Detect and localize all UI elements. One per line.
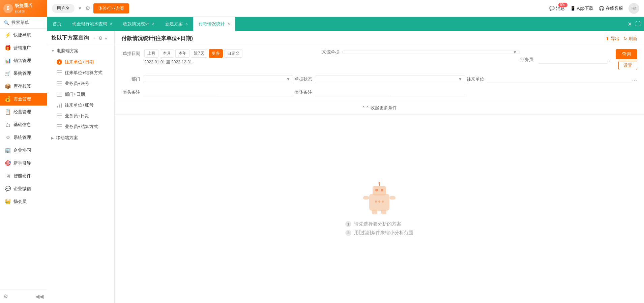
scheme-item-staff-settle[interactable]: 业务员+结算方式	[47, 121, 114, 132]
dept-select-arrow: ▼	[286, 77, 290, 82]
tab-close-new-scheme[interactable]: ×	[185, 22, 188, 26]
desktop-group-arrow: ▼	[51, 49, 55, 53]
topbar-dropdown-arrow[interactable]: ▼	[78, 6, 82, 11]
sidebar-item-sales[interactable]: 📊 销售管理	[0, 54, 47, 67]
scheme-item-partner-settle[interactable]: 往来单位+结算方式	[47, 67, 114, 78]
scheme-item-partner-account[interactable]: 往来单位+账号	[47, 100, 114, 111]
svg-rect-3	[57, 81, 62, 86]
left-panel-title: 按以下方案查询	[51, 34, 89, 41]
tab-close-payment-stats[interactable]: ×	[228, 22, 230, 26]
sidebar-item-hardware[interactable]: 🖥 智能硬件	[0, 170, 47, 182]
tab-payment-stats[interactable]: 付款情况统计 ×	[193, 17, 235, 31]
mobile-scheme-group-header[interactable]: ▶ 移动端方案	[47, 132, 114, 144]
query-area: 查询 设置	[616, 49, 637, 70]
export-label: 导出	[611, 36, 619, 42]
tab-cash-flow[interactable]: 现金银行流水查询 ×	[67, 17, 118, 31]
query-btn[interactable]: 查询	[616, 49, 637, 59]
scheme-item-partner-date[interactable]: ● 往来单位+日期	[47, 57, 114, 67]
partner-more-icon[interactable]: …	[632, 76, 637, 82]
svg-rect-19	[373, 186, 386, 195]
scheme-item-staff-date[interactable]: 业务员+日期	[47, 111, 114, 121]
header-note-label: 表头备注	[121, 89, 140, 95]
sidebar-item-label: 资金管理	[13, 96, 31, 102]
header-note-input-wrap	[143, 88, 293, 96]
left-panel-header: 按以下方案查询 ＋ ⚙ «	[47, 31, 114, 45]
trial-btn[interactable]: 体验行业方案	[93, 3, 129, 13]
settings-btn[interactable]: 设置	[618, 61, 637, 70]
topbar-avatar[interactable]: Rit	[628, 3, 639, 14]
topbar-message[interactable]: 💬 消息 99+	[549, 5, 565, 11]
dept-select-wrap: ▼	[143, 75, 293, 83]
collapse-left-panel-btn[interactable]: «	[105, 35, 108, 41]
tabs-close-icon[interactable]: ✕	[627, 21, 632, 27]
settings-scheme-btn[interactable]: ⚙	[98, 35, 103, 41]
collapse-more-btn[interactable]: ⌃⌃ 收起更多条件	[115, 102, 644, 114]
desktop-scheme-group: ▼ 电脑端方案 ● 往来单位+日期 往来单位+结算方式	[47, 45, 114, 132]
sidebar-item-system[interactable]: ⚙ 系统管理	[0, 131, 47, 144]
topbar-user[interactable]: 用户名	[52, 4, 75, 13]
date-btn-7days[interactable]: 近7天	[191, 49, 207, 58]
refresh-btn[interactable]: ↻ 刷新	[623, 36, 637, 42]
svg-rect-0	[57, 70, 62, 75]
collapse-sidebar-icon[interactable]: ◀◀	[35, 293, 43, 300]
topbar-settings-icon[interactable]: ⚙	[85, 5, 90, 11]
left-panel-actions: ＋ ⚙ «	[92, 35, 108, 41]
date-btn-more[interactable]: 更多	[209, 49, 223, 58]
body-note-input[interactable]	[315, 88, 389, 96]
sidebar-item-nav[interactable]: ⚡ 快捷导航	[0, 29, 47, 41]
svg-point-20	[375, 189, 378, 191]
topbar-app-download[interactable]: 📱 App下载	[570, 5, 593, 11]
sales-icon: 📊	[5, 58, 11, 64]
sidebar-item-inventory[interactable]: 📦 库存核算	[0, 80, 47, 93]
staff-input-wrap: …	[539, 56, 613, 64]
marketing-icon: 🎁	[5, 45, 11, 51]
sidebar-item-member[interactable]: 👑 畅会员	[0, 195, 47, 208]
page-actions: ⬆ 导出 ↻ 刷新	[606, 36, 637, 42]
sidebar-item-wechat[interactable]: 💬 企业微信	[0, 182, 47, 195]
tab-new-scheme-label: 新建方案	[165, 21, 183, 27]
scheme-item-staff-account[interactable]: 业务员+账号	[47, 78, 114, 89]
header-note-input[interactable]	[143, 88, 217, 96]
scheme-icon-chart	[57, 102, 62, 108]
scheme-item-label: 业务员+结算方式	[65, 124, 98, 130]
header-note-filter-cell: 表头备注	[121, 88, 293, 96]
sidebar-item-operations[interactable]: 📋 经营管理	[0, 105, 47, 118]
date-btn-last-month[interactable]: 上月	[144, 49, 158, 58]
date-btn-this-month[interactable]: 本月	[160, 49, 174, 58]
staff-input[interactable]	[539, 56, 608, 64]
tab-home[interactable]: 首页	[47, 17, 67, 31]
tabs-expand-icon[interactable]: ⛶	[635, 21, 641, 27]
scheme-item-dept-date[interactable]: 部门+日期	[47, 89, 114, 100]
svg-rect-15	[57, 124, 62, 129]
tab-close-receipt-stats[interactable]: ×	[152, 22, 154, 26]
sidebar-item-purchase[interactable]: 🛒 采购管理	[0, 67, 47, 80]
partner-input[interactable]	[487, 75, 632, 83]
sidebar-item-finance[interactable]: 💰 资金管理	[0, 93, 47, 105]
body-note-filter-cell: 表体备注	[293, 88, 465, 96]
svg-rect-26	[372, 210, 377, 214]
add-scheme-btn[interactable]: ＋	[92, 35, 96, 41]
sidebar-item-search[interactable]: 🔍 搜索菜单	[0, 17, 47, 29]
sidebar-item-basic[interactable]: 🗂 基础信息	[0, 118, 47, 131]
topbar-service[interactable]: 🎧 在线客服	[599, 5, 623, 11]
staff-more-icon[interactable]: …	[608, 57, 613, 63]
export-btn[interactable]: ⬆ 导出	[606, 36, 619, 42]
tip-item-2: 2 用[过滤]条件来缩小分析范围	[345, 230, 413, 236]
staff-filter-label: 业务员	[520, 57, 533, 63]
sidebar-item-marketing[interactable]: 🎁 营销推广	[0, 41, 47, 54]
sidebar-item-label: 采购管理	[13, 70, 31, 77]
date-btn-this-year[interactable]: 本年	[175, 49, 189, 58]
desktop-scheme-group-header[interactable]: ▼ 电脑端方案	[47, 45, 114, 57]
tab-new-scheme[interactable]: 新建方案 ×	[160, 17, 193, 31]
date-btn-custom[interactable]: 自定义	[224, 49, 242, 58]
topbar-right: 💬 消息 99+ 📱 App下载 🎧 在线客服 Rit	[549, 3, 639, 14]
sidebar-item-guide[interactable]: 🎯 新手引导	[0, 157, 47, 170]
main-content: 用户名 ▼ ⚙ 体验行业方案 💬 消息 99+ 📱 App下载 🎧 在线客服 R…	[47, 0, 644, 303]
tab-close-cash-flow[interactable]: ×	[110, 22, 112, 26]
sidebar-item-label: 搜索菜单	[11, 20, 29, 26]
sidebar-item-collab[interactable]: 🏢 企业协同	[0, 144, 47, 157]
sidebar-header: 6 畅捷通巧 标准版	[0, 0, 47, 17]
settings-icon[interactable]: ⚙	[3, 293, 8, 300]
tab-receipt-stats[interactable]: 收款情况统计 ×	[118, 17, 160, 31]
operations-icon: 📋	[5, 109, 11, 115]
